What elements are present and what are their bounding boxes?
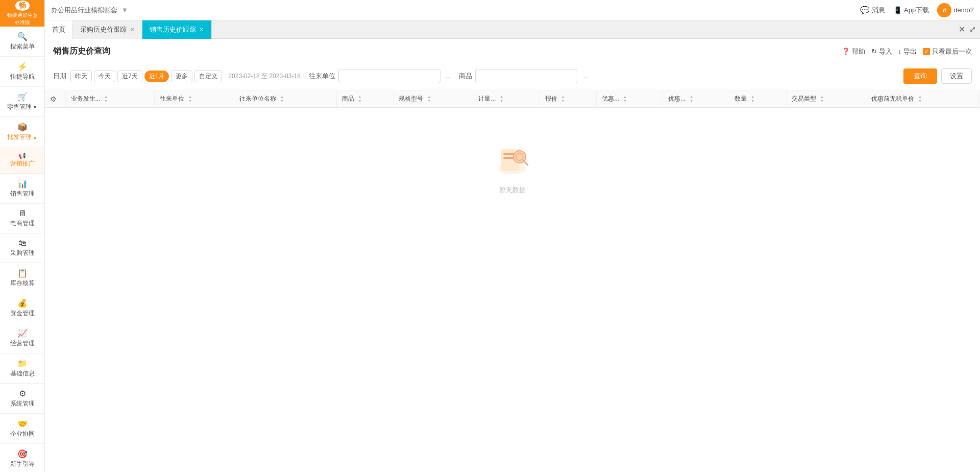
col-partner-name[interactable]: 往来单位名称 ▲▼ <box>234 90 337 108</box>
col-goods[interactable]: 商品 ▲▼ <box>336 90 394 108</box>
content-area: 销售历史价查询 ❓ 帮助 ↻ 导入 ↓ 导出 ✓ 只看最后一次 <box>45 39 980 472</box>
col-partner-code[interactable]: 往来单位 ▲▼ <box>155 90 234 108</box>
user-label: demo2 <box>953 6 974 14</box>
sidebar-item-inventory[interactable]: 📋 库存核算 <box>0 263 44 293</box>
message-btn[interactable]: 💬 消息 <box>860 6 885 15</box>
sidebar-item-ecommerce[interactable]: 🖥 电商管理 <box>0 204 44 233</box>
sort-icons: ▲▼ <box>358 95 362 103</box>
sidebar-item-label: 销售管理 <box>2 190 42 198</box>
sidebar-item-enterprise[interactable]: 🤝 企业协同 <box>0 414 44 444</box>
col-goods-label: 商品 <box>342 95 354 102</box>
sidebar-item-label: 新手引导 <box>2 460 42 468</box>
settings-button[interactable]: 设置 <box>941 68 972 84</box>
sort-icons: ▲▼ <box>280 95 284 103</box>
sort-icons: ▲▼ <box>820 95 824 103</box>
app-logo[interactable]: 畅 畅捷通好生意 标准版 <box>0 0 44 27</box>
basic-icon: 📁 <box>2 359 42 368</box>
sidebar-item-label: 资金管理 <box>2 309 42 318</box>
sidebar-item-label: 采购管理 <box>2 249 42 257</box>
export-btn[interactable]: ↓ 导出 <box>898 47 917 56</box>
tabbar: 首页 采购历史价跟踪 ✕ 销售历史价跟踪 ✕ ✕ ⤢ <box>45 20 980 39</box>
sidebar-item-sales-mgmt[interactable]: 📊 销售管理 <box>0 174 44 204</box>
sidebar-item-guide[interactable]: 🎯 新手引导 <box>0 444 44 472</box>
only-last-checkbox[interactable]: ✓ 只看最后一次 <box>923 47 972 56</box>
sidebar-item-system[interactable]: ⚙ 系统管理 <box>0 384 44 414</box>
topbar-left: 办公用品行业模拟账套 ▼ <box>51 6 128 15</box>
empty-state: 暂无数据 <box>45 108 980 225</box>
sidebar-item-purchase[interactable]: 🛍 采购管理 <box>0 233 44 263</box>
operations-icon: 📈 <box>2 328 42 338</box>
quick-nav-icon: ⚡ <box>2 62 42 72</box>
checkbox-icon: ✓ <box>923 48 930 55</box>
tab-sales-close[interactable]: ✕ <box>199 26 204 33</box>
search-button[interactable]: 查询 <box>903 68 937 84</box>
gear-icon[interactable]: ⚙ <box>50 95 57 103</box>
partner-label: 往来单位 <box>309 72 335 81</box>
sidebar-item-label: 企业协同 <box>2 430 42 438</box>
sidebar-item-marketing[interactable]: 📢 营销推广 <box>0 147 44 174</box>
export-icon: ↓ <box>898 48 902 55</box>
date-btn-today[interactable]: 今天 <box>94 70 115 82</box>
help-label: 帮助 <box>852 47 865 56</box>
col-partner-name-label: 往来单位名称 <box>239 95 276 102</box>
page-actions: ❓ 帮助 ↻ 导入 ↓ 导出 ✓ 只看最后一次 <box>842 47 972 56</box>
col-discount2[interactable]: 优惠... ▲▼ <box>663 90 729 108</box>
col-spec[interactable]: 规格型号 ▲▼ <box>394 90 473 108</box>
sidebar-item-operations[interactable]: 📈 经营管理 <box>0 323 44 353</box>
app-download-btn[interactable]: 📱 App下载 <box>893 6 929 15</box>
col-qty[interactable]: 数量 ▲▼ <box>729 90 787 108</box>
tab-actions: ✕ ⤢ <box>954 25 980 34</box>
tab-home[interactable]: 首页 <box>45 20 73 39</box>
col-settings: ⚙ <box>45 90 65 108</box>
user-profile-btn[interactable]: d demo2 <box>937 3 974 17</box>
sidebar-item-quick-nav[interactable]: ⚡ 快捷导航 <box>0 57 44 87</box>
sort-icons: ▲▼ <box>561 95 565 103</box>
sidebar-item-label: 库存核算 <box>2 279 42 288</box>
col-qty-label: 数量 <box>734 95 747 102</box>
help-btn[interactable]: ❓ 帮助 <box>842 47 865 56</box>
filter-bar: 日期 昨天 今天 近7天 近1月 更多 自定义 2023-02-18 至 202… <box>45 62 980 90</box>
guide-icon: 🎯 <box>2 449 42 459</box>
col-no-tax-price-label: 优惠前无税单价 <box>871 95 914 102</box>
tab-sales[interactable]: 销售历史价跟踪 ✕ <box>142 20 212 39</box>
data-table: ⚙ 业务发生... ▲▼ 往来单位 ▲▼ 往来单位名称 ▲▼ <box>45 90 980 108</box>
sidebar-item-retail[interactable]: 🛒 零售管理 ▼ <box>0 87 44 117</box>
sort-icons: ▲▼ <box>751 95 755 103</box>
sidebar-item-wholesale[interactable]: 📦 批发管理 ▲ <box>0 117 44 147</box>
app-download-icon: 📱 <box>893 6 902 14</box>
help-icon: ❓ <box>842 48 850 55</box>
partner-filter: 往来单位 ... <box>309 69 451 83</box>
sidebar-item-search[interactable]: 🔍 搜索菜单 <box>0 27 44 57</box>
sidebar-item-basic[interactable]: 📁 基础信息 <box>0 353 44 384</box>
col-no-tax-price[interactable]: 优惠前无税单价 ▲▼ <box>866 90 980 108</box>
col-unit[interactable]: 计量... ▲▼ <box>473 90 540 108</box>
sidebar-item-label: 经营管理 <box>2 339 42 348</box>
col-biz-date[interactable]: 业务发生... ▲▼ <box>65 90 155 108</box>
col-trade-type[interactable]: 交易类型 ▲▼ <box>787 90 866 108</box>
tab-purchase-close[interactable]: ✕ <box>130 26 135 33</box>
tab-close-all-btn[interactable]: ✕ <box>959 25 965 34</box>
date-btn-7days[interactable]: 近7天 <box>117 70 142 82</box>
import-btn[interactable]: ↻ 导入 <box>871 47 892 56</box>
svg-line-5 <box>524 161 528 165</box>
page-title: 销售历史价查询 <box>53 46 110 57</box>
sidebar-item-finance[interactable]: 💰 资金管理 <box>0 293 44 323</box>
date-buttons: 昨天 今天 近7天 近1月 更多 自定义 <box>70 70 222 82</box>
date-btn-1month[interactable]: 近1月 <box>144 70 169 82</box>
col-quote[interactable]: 报价 ▲▼ <box>540 90 597 108</box>
message-icon: 💬 <box>860 6 870 15</box>
company-selector-arrow[interactable]: ▼ <box>121 6 128 14</box>
app-name: 畅捷通好生意 <box>7 12 38 19</box>
empty-illustration <box>492 138 533 179</box>
date-btn-yesterday[interactable]: 昨天 <box>70 70 92 82</box>
date-btn-custom[interactable]: 自定义 <box>194 70 222 82</box>
tab-fullscreen-btn[interactable]: ⤢ <box>969 25 976 34</box>
goods-filter: 商品 ... <box>459 69 587 83</box>
date-btn-more[interactable]: 更多 <box>171 70 192 82</box>
sidebar-item-label: 快捷导航 <box>2 73 42 81</box>
goods-input[interactable] <box>475 69 577 83</box>
tab-purchase[interactable]: 采购历史价跟踪 ✕ <box>73 20 142 39</box>
partner-input[interactable] <box>338 69 440 83</box>
col-discount1-label: 优惠... <box>602 95 619 102</box>
col-discount1[interactable]: 优惠... ▲▼ <box>597 90 663 108</box>
